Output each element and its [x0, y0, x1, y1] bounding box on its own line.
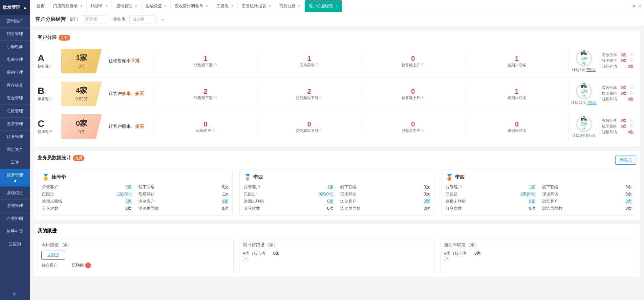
info-icon[interactable]: ⓘ	[630, 85, 634, 90]
tab-customer-tier[interactable]: 客户分层经营 ×	[305, 0, 342, 12]
tier-B-stats: 2 销售额下滑 ⓘ 2 交易频次下滑 ⓘ 0	[153, 85, 568, 102]
tab-menu-icon[interactable]: ≡	[639, 3, 641, 9]
tier-B-name: 重要客户	[38, 96, 61, 101]
stat-C-4[interactable]: 0 逾期未联络	[465, 118, 569, 135]
tier-A-count: 1家	[76, 53, 87, 63]
tab-close-icon[interactable]: ×	[206, 0, 208, 12]
tab-close-icon[interactable]: ×	[298, 0, 300, 12]
tier-B-count-block[interactable]: 4家 0.53万	[61, 82, 102, 106]
tab-payroll-report[interactable]: 工资统计报表 ×	[238, 0, 275, 12]
sidebar-item-zijin[interactable]: 资金管理	[0, 92, 30, 105]
tier-C-plan-link[interactable]: 0天/次	[586, 134, 596, 137]
info-icon[interactable]: ⓘ	[421, 63, 424, 67]
tab-label: 工资表	[216, 0, 229, 12]
tier-A-circle-container: 0% 已联络	[575, 49, 593, 68]
close-all-icon[interactable]: ✕	[632, 3, 636, 9]
sidebar-item-qiyexietong[interactable]: 企业协同	[0, 212, 30, 225]
filter-more-icon[interactable]: ···	[160, 17, 165, 22]
sidebar-item-caigou[interactable]: 采购管理	[0, 66, 30, 79]
rep-stat-item: 分享次数 0次	[446, 206, 535, 211]
tab-store-products[interactable]: 门店商品目录 ×	[49, 0, 87, 12]
tier-C-circle: 0% 已联络 计划 0次 0天/次	[568, 113, 599, 140]
sidebar-item-yingxiao[interactable]: 营销推广	[0, 15, 30, 28]
tab-close-icon[interactable]: ×	[165, 0, 167, 12]
sidebar-item-jichu[interactable]: 基础信息	[0, 187, 30, 200]
rep-1-name: 徐泽华	[51, 174, 66, 180]
sidebar-item-yunyingyong[interactable]: 云应用	[0, 238, 30, 251]
tab-sales-order[interactable]: 销货单 ×	[87, 0, 112, 12]
tab-home[interactable]: 首页	[33, 0, 49, 12]
stat-B-3[interactable]: 0 销售额上升 ⓘ	[361, 85, 465, 102]
sidebar-collapse-icon[interactable]: ▲	[23, 5, 27, 10]
rep-section-title: 业务员数据统计 九月	[38, 155, 84, 161]
rep-month-badge: 九月	[73, 155, 84, 161]
dept-select[interactable]: 请选择	[82, 16, 109, 23]
tab-generate-voucher[interactable]: 生成凭证 ×	[142, 0, 171, 12]
stat-C-2-label: 交易频次下滑 ⓘ	[259, 128, 360, 133]
info-icon[interactable]: ⓘ	[212, 128, 215, 133]
tier-A-plan-link[interactable]: 7天/次	[586, 68, 596, 72]
stat-C-2[interactable]: 0 交易频次下滑 ⓘ	[257, 118, 361, 135]
tab-label: 商品分析	[279, 0, 296, 12]
rep-1-stats: 分管客户 0家 线下联络 0次 已跟进 1家(0%) 现场拜访	[42, 184, 228, 211]
info-icon[interactable]: ⓘ	[319, 128, 322, 133]
sidebar-item-jingying[interactable]: 经营管理 ◀	[0, 169, 30, 187]
info-icon[interactable]: ⓘ	[319, 95, 322, 100]
sidebar-item-gudingzichan[interactable]: 固定资产	[0, 143, 30, 156]
tier-B-plan-link[interactable]: 7天/次	[587, 101, 597, 105]
sidebar-item-shuiwu[interactable]: 税务管理	[0, 131, 30, 143]
stat-A-3[interactable]: 0 销售额上升 ⓘ	[361, 52, 465, 70]
info-icon[interactable]: ⓘ	[213, 63, 217, 67]
stat-B-2-label: 交易频次下滑 ⓘ	[259, 95, 360, 100]
sidebar-item-dianshangguan[interactable]: 电商管理	[0, 53, 30, 66]
sidebar-item-xitong[interactable]: 系统管理	[0, 200, 30, 212]
sales-select[interactable]: 请选择	[129, 16, 156, 23]
sidebar-item-zongzhang[interactable]: 总账管理	[0, 105, 30, 118]
stat-B-4[interactable]: 1 逾期未联络	[465, 85, 569, 102]
tab-close-icon[interactable]: ×	[269, 0, 271, 12]
tab-ar-ap-adj[interactable]: 应收应付调整单 ×	[171, 0, 212, 12]
info-icon[interactable]: ⓘ	[421, 128, 424, 133]
info-icon[interactable]: ⓘ	[630, 52, 634, 57]
info-icon[interactable]: ⓘ	[421, 95, 424, 100]
info-icon[interactable]: ⓘ	[630, 58, 634, 63]
stat-A-4[interactable]: 1 逾期未联络	[465, 52, 569, 70]
sidebar-item-xinshou[interactable]: 新手引导	[0, 225, 30, 238]
sidebar-settings[interactable]: ⚙	[0, 288, 30, 300]
follow-header: 我的跟进	[38, 228, 636, 234]
list-view-button[interactable]: 列表式	[615, 156, 636, 165]
tab-close-icon[interactable]: ×	[106, 0, 108, 12]
tab-close-icon[interactable]: ×	[336, 0, 338, 12]
info-icon[interactable]: ⓘ	[630, 124, 634, 129]
sidebar-item-label: 资金管理	[2, 95, 28, 101]
tab-close-icon[interactable]: ×	[231, 0, 233, 12]
go-follow-button[interactable]: 去跟进	[41, 251, 65, 260]
sidebar-item-fapiao[interactable]: 发票管理	[0, 118, 30, 131]
info-icon[interactable]: ⓘ	[213, 95, 217, 100]
stat-C-3[interactable]: 0 已激活客户 ⓘ	[361, 118, 465, 135]
info-icon[interactable]: ⓘ	[315, 63, 319, 67]
sidebar-item-xiaoshou[interactable]: 销售管理	[0, 28, 30, 41]
tab-store-mgmt[interactable]: 店铺管理 ×	[112, 0, 142, 12]
sidebar-item-xiaochangdianshang[interactable]: 小畅电商	[0, 41, 30, 53]
tab-close-icon[interactable]: ×	[80, 0, 82, 12]
sidebar-item-label: 企业协同	[2, 216, 28, 222]
sidebar-item-kucun[interactable]: 库存核算	[0, 79, 30, 92]
tier-A-count-block[interactable]: 1家 0万	[61, 49, 102, 73]
stat-B-2[interactable]: 2 交易频次下滑 ⓘ	[257, 85, 361, 102]
tab-product-analysis[interactable]: 商品分析 ×	[275, 0, 305, 12]
tier-C-count-shape: 0家 0万	[61, 114, 102, 139]
sidebar-item-label: 经营管理	[2, 172, 28, 178]
info-icon[interactable]: ⓘ	[630, 118, 634, 123]
tier-C-count-block[interactable]: 0家 0万	[61, 114, 102, 139]
tab-payroll[interactable]: 工资表 ×	[212, 0, 238, 12]
stat-B-1[interactable]: 2 销售额下滑 ⓘ	[153, 85, 257, 102]
stat-C-1[interactable]: 0 休眠客户 ⓘ	[153, 118, 257, 135]
stat-B-4-num: 1	[467, 87, 567, 95]
tab-close-icon[interactable]: ×	[135, 0, 137, 12]
stat-A-1[interactable]: 1 销售额下滑 ⓘ	[153, 52, 257, 70]
sidebar-item-gongzi[interactable]: 工资	[0, 156, 30, 169]
info-icon[interactable]: ⓘ	[630, 91, 634, 96]
right-stat-item: 现场拜访 0次	[602, 130, 634, 135]
stat-A-2[interactable]: 1 回购异常 ⓘ	[257, 52, 361, 70]
